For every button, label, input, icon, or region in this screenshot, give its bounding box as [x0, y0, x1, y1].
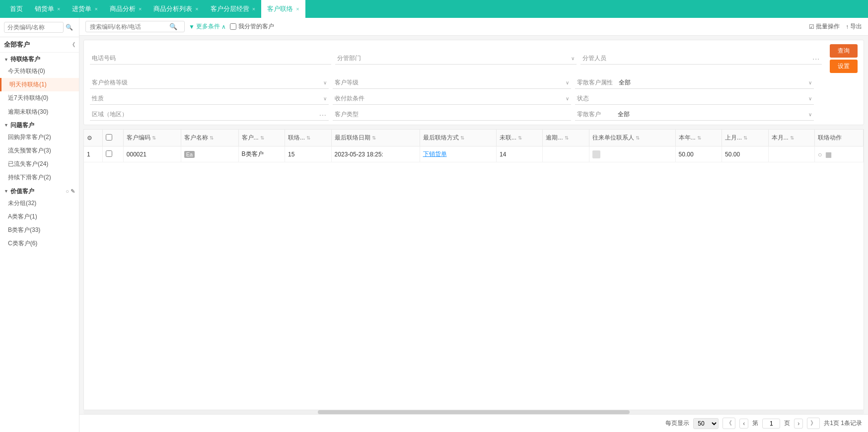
- sidebar-item-overdue[interactable]: 逾期未联络(30): [0, 105, 79, 119]
- nav-home[interactable]: 首页: [4, 0, 29, 18]
- sidebar-item-class-b[interactable]: B类客户(33): [0, 223, 79, 237]
- sort-icon: ⇅: [636, 135, 640, 141]
- export-icon: ↑: [846, 23, 849, 30]
- sort-icon: ⇅: [460, 135, 464, 141]
- col-type[interactable]: 客户... ⇅: [238, 130, 285, 146]
- nav-product-analysis[interactable]: 商品分析 ×: [104, 0, 147, 18]
- dropdown-arrow-icon: ∨: [566, 80, 569, 85]
- sidebar-item-ungrouped[interactable]: 未分组(32): [0, 197, 79, 210]
- dropdown-arrow-icon: ∨: [808, 80, 812, 85]
- sidebar-item-declining[interactable]: 持续下滑客户(2): [0, 171, 79, 184]
- nav-close-icon[interactable]: ×: [94, 6, 97, 12]
- filter-person[interactable]: 分管人员 ···: [580, 53, 822, 65]
- col-overdue[interactable]: 逾期... ⇅: [543, 130, 589, 146]
- nav-customer-tier[interactable]: 客户分层经营 ×: [205, 0, 261, 18]
- col-last-date[interactable]: 最后联络日期 ⇅: [331, 130, 420, 146]
- next-page-button[interactable]: ›: [794, 419, 803, 429]
- nav-close-icon[interactable]: ×: [195, 6, 198, 12]
- col-name[interactable]: 客户名称 ⇅: [181, 130, 238, 146]
- my-customers-check-input[interactable]: [230, 23, 236, 30]
- first-page-button[interactable]: 《: [723, 418, 735, 429]
- checkbox-icon: ☑: [809, 23, 814, 30]
- reset-button[interactable]: 设置: [830, 60, 858, 73]
- nav-close-icon[interactable]: ×: [57, 6, 60, 12]
- col-contact-person[interactable]: 往来单位联系人 ⇅: [589, 130, 675, 146]
- sidebar-item-repurchase-abnormal[interactable]: 回购异常客户(2): [0, 131, 79, 144]
- toolbar-search-input[interactable]: [90, 23, 169, 30]
- col-code[interactable]: 客户编码 ⇅: [123, 130, 181, 146]
- cell-last-method[interactable]: 下销货单: [420, 146, 496, 162]
- filter-customer-level[interactable]: 客户等级 ∨: [333, 77, 572, 89]
- cell-last-date: 2023-05-23 18:25:: [331, 146, 420, 162]
- main-layout: 🔍 全部客户 《 待联络客户 今天待联络(0) 明天待联络(1) 近7天待联络(…: [0, 18, 868, 432]
- nav-close-icon[interactable]: ×: [252, 6, 255, 12]
- col-this-month[interactable]: 本月... ⇅: [768, 130, 815, 146]
- sidebar: 🔍 全部客户 《 待联络客户 今天待联络(0) 明天待联络(1) 近7天待联络(…: [0, 18, 79, 432]
- nav-close-icon[interactable]: ×: [296, 6, 299, 12]
- select-all-checkbox[interactable]: [106, 134, 112, 141]
- cell-last-month: 50.00: [722, 146, 769, 162]
- last-method-link[interactable]: 下销货单: [423, 150, 447, 157]
- table-row: 1 000021 Ea B类客户 15 2023-05-23 18:25: 下销…: [84, 146, 864, 162]
- nav-purchase-order[interactable]: 进货单 ×: [66, 0, 103, 18]
- horizontal-scrollbar[interactable]: [83, 410, 864, 414]
- filter-region[interactable]: 区域（地区） ···: [90, 109, 329, 121]
- sidebar-item-class-a[interactable]: A类客户(1): [0, 210, 79, 223]
- toolbar-search-box: 🔍: [85, 21, 185, 32]
- cell-name: Ea: [181, 146, 238, 162]
- sidebar-item-7days[interactable]: 近7天待联络(0): [0, 91, 79, 105]
- action-icon-1[interactable]: ○: [818, 150, 822, 158]
- nav-customer-contact[interactable]: 客户联络 ×: [261, 0, 305, 18]
- chevron-icon: ∧: [221, 23, 226, 30]
- sidebar-item-today[interactable]: 今天待联络(0): [0, 65, 79, 78]
- toolbar-right-actions: ☑ 批量操作 ↑ 导出: [809, 22, 862, 31]
- filter-status[interactable]: 状态 ∨: [575, 93, 814, 105]
- contact-person-badge: [592, 150, 600, 158]
- page-size-select[interactable]: 50 100 200: [693, 418, 719, 429]
- sidebar-item-class-c[interactable]: C类客户(6): [0, 237, 79, 250]
- page-number-input[interactable]: [762, 419, 780, 429]
- filter-customer-attr[interactable]: 零散客户属性 全部 ∨: [575, 77, 814, 89]
- last-page-button[interactable]: 》: [807, 418, 820, 429]
- col-last-method[interactable]: 最后联络方式 ⇅: [420, 130, 496, 146]
- cell-checkbox[interactable]: [103, 146, 124, 162]
- filter-price-level[interactable]: 客户价格等级 ∨: [90, 77, 329, 89]
- filter-nature[interactable]: 性质 ∨: [90, 93, 329, 105]
- col-this-year[interactable]: 本年... ⇅: [675, 130, 722, 146]
- query-button[interactable]: 查询: [830, 44, 858, 58]
- col-contact-count[interactable]: 联络... ⇅: [285, 130, 332, 146]
- customer-name-badge: Ea: [184, 151, 195, 158]
- filter-payment[interactable]: 收付款条件 ∨: [333, 93, 572, 105]
- sort-icon: ⇅: [372, 135, 376, 141]
- sidebar-item-churn-warning[interactable]: 流失预警客户(3): [0, 144, 79, 157]
- filter-retail-customer[interactable]: 零散客户 全部 ∨: [575, 109, 814, 121]
- col-settings[interactable]: ⚙: [84, 130, 103, 146]
- filter-customer-type[interactable]: 客户类型: [333, 109, 572, 121]
- toolbar-search-icon[interactable]: 🔍: [169, 23, 177, 30]
- sidebar-search-icon[interactable]: 🔍: [66, 24, 73, 31]
- sidebar-item-churned[interactable]: 已流失客户(24): [0, 157, 79, 171]
- more-conditions-button[interactable]: ▼ 更多条件 ∧: [189, 22, 226, 31]
- dots-icon: ···: [319, 111, 327, 119]
- prev-page-button[interactable]: ‹: [739, 419, 748, 429]
- action-icons: ○ ▦: [818, 150, 860, 158]
- action-icon-2[interactable]: ▦: [825, 150, 832, 158]
- batch-operation-button[interactable]: ☑ 批量操作: [809, 22, 840, 31]
- nav-product-analysis-list[interactable]: 商品分析列表 ×: [147, 0, 204, 18]
- col-not-contact[interactable]: 未联... ⇅: [496, 130, 543, 146]
- cell-contact: 15: [285, 146, 332, 162]
- nav-sales-order[interactable]: 销货单 ×: [29, 0, 66, 18]
- col-last-month[interactable]: 上月... ⇅: [722, 130, 769, 146]
- my-customers-checkbox[interactable]: 我分管的客户: [230, 22, 274, 31]
- filter-department[interactable]: 分管部门 ∨: [335, 53, 577, 65]
- scrollbar-thumb[interactable]: [318, 410, 630, 414]
- sidebar-all-customers[interactable]: 全部客户 《: [0, 37, 79, 53]
- col-checkbox[interactable]: [103, 130, 124, 146]
- sort-icon: ⇅: [210, 135, 214, 141]
- sidebar-search-input[interactable]: [4, 22, 64, 33]
- nav-close-icon[interactable]: ×: [139, 6, 142, 12]
- row-checkbox[interactable]: [106, 150, 112, 157]
- cell-not-contact: 14: [496, 146, 543, 162]
- export-button[interactable]: ↑ 导出: [846, 22, 862, 31]
- sidebar-item-tomorrow[interactable]: 明天待联络(1): [0, 78, 79, 91]
